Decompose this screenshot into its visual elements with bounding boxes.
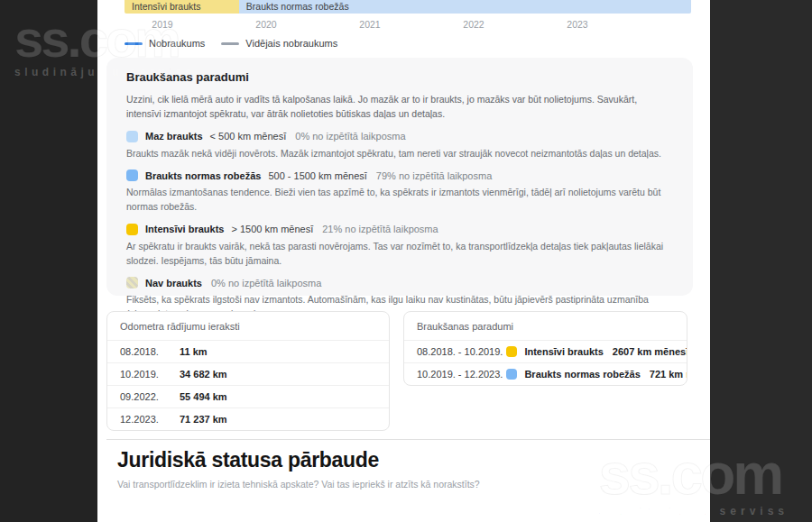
table-row: 10.2019. 34 682 km xyxy=(107,362,389,385)
color-swatch-intensive-use xyxy=(126,224,138,235)
average-line-icon xyxy=(221,42,239,45)
reading-date: 12.2023. xyxy=(120,414,180,425)
table-row: 08.2018. - 10.2019. Intensīvi braukts 26… xyxy=(404,340,687,362)
habit-label: Braukts normas robežās xyxy=(524,369,640,380)
legend-label: Vidējais nobraukums xyxy=(245,38,337,49)
color-swatch-low-use xyxy=(126,131,138,142)
period-range: 08.2018. - 10.2019. xyxy=(417,346,503,357)
vehicle-history-page: ss.com sludinājumu serviss ss.com sludin… xyxy=(0,0,812,522)
year-tick: 2019 xyxy=(152,19,172,30)
color-swatch-normal-use xyxy=(506,369,517,380)
habit-item: Intensīvi braukts > 1500 km mēnesī 21% n… xyxy=(126,224,673,235)
habit-description: Normālas izmantošanas tendence. Bieži vi… xyxy=(126,186,673,215)
bar-segment-intensive: Intensīvi braukts xyxy=(125,0,239,14)
habit-label: Intensīvi braukts xyxy=(524,346,603,357)
reading-date: 08.2018. xyxy=(120,346,180,357)
habit-share: 21% no izpētītā laikposma xyxy=(322,224,438,234)
color-swatch-no-use xyxy=(126,277,138,288)
table-row: 08.2018. 11 km xyxy=(107,340,389,362)
report-content: Intensīvi braukts Braukts normas robežās… xyxy=(97,0,710,522)
habit-label: Maz braukts xyxy=(145,131,203,142)
year-tick: 2020 xyxy=(255,19,276,30)
period-range: 10.2019. - 12.2023. xyxy=(417,369,503,380)
summary-cards: Odometra rādījumu ieraksti 08.2018. 11 k… xyxy=(106,311,687,431)
section-intro: Uzzini, cik lielā mērā auto ir vadīts tā… xyxy=(126,92,673,122)
year-tick: 2022 xyxy=(463,19,484,30)
card-title: Braukšanas paradumi xyxy=(404,312,687,340)
color-swatch-intensive-use xyxy=(506,346,517,357)
reading-value: 11 km xyxy=(180,346,208,357)
table-row: 10.2019. - 12.2023. Braukts normas robež… xyxy=(404,362,687,385)
legal-status-subtitle: Vai transportlīdzeklim ir izieta tehnisk… xyxy=(117,479,480,490)
year-tick: 2023 xyxy=(567,19,587,30)
habit-item: Nav braukts 0% no izpētītā laikposma xyxy=(126,277,673,288)
color-swatch-normal-use xyxy=(126,169,138,181)
right-page-margin xyxy=(710,0,812,522)
reading-value: 71 237 km xyxy=(180,414,227,425)
habit-label: Intensīvi braukts xyxy=(145,224,224,234)
odometer-readings-card: Odometra rādījumu ieraksti 08.2018. 11 k… xyxy=(106,311,390,431)
reading-value: 55 494 km xyxy=(180,391,227,402)
reading-date: 10.2019. xyxy=(120,369,180,380)
habit-label: Nav braukts xyxy=(145,278,202,288)
habit-label: Braukts normas robežās xyxy=(145,170,261,181)
habit-item: Braukts normas robežās 500 - 1500 km mēn… xyxy=(126,169,673,181)
usage-timeline-bar: Intensīvi braukts Braukts normas robežās xyxy=(125,0,691,14)
habit-share: 79% no izpētītā laikposma xyxy=(376,170,492,181)
reading-date: 09.2022. xyxy=(120,391,180,402)
legal-status-title: Juridiskā statusa pārbaude xyxy=(117,448,379,472)
card-title: Odometra rādījumu ieraksti xyxy=(107,312,389,340)
habit-description: Braukts mazāk nekā vidēji novērots. Mazā… xyxy=(126,147,673,161)
driving-habits-card: Braukšanas paradumi 08.2018. - 10.2019. … xyxy=(403,311,687,386)
chart-legend: Nobraukums Vidējais nobraukums xyxy=(125,38,337,49)
legend-item-average-mileage: Vidējais nobraukums xyxy=(221,38,337,49)
habit-range: 500 - 1500 km mēnesī xyxy=(268,170,366,181)
left-page-margin xyxy=(0,0,97,522)
habit-rate: 721 km mēnesī xyxy=(650,369,687,380)
legend-item-mileage: Nobraukums xyxy=(125,38,205,49)
habit-rate: 2607 km mēnesī xyxy=(613,346,687,357)
habit-share: 0% no izpētītā laikposma xyxy=(211,278,321,288)
legend-label: Nobraukums xyxy=(149,38,205,49)
habit-item: Maz braukts < 500 km mēnesī 0% no izpētī… xyxy=(126,131,673,142)
habit-description: Ar spēkratu ir braukts vairāk, nekā tas … xyxy=(126,240,673,269)
section-divider xyxy=(106,439,710,440)
driving-habits-panel: Braukšanas paradumi Uzzini, cik lielā mē… xyxy=(106,58,693,296)
reading-value: 34 682 km xyxy=(180,369,227,380)
table-row: 12.2023. 71 237 km xyxy=(107,408,389,430)
habit-share: 0% no izpētītā laikposma xyxy=(295,131,405,142)
year-axis: 2019 2020 2021 2022 2023 xyxy=(125,19,691,31)
section-title: Braukšanas paradumi xyxy=(126,70,673,84)
mileage-line-icon xyxy=(125,42,143,45)
table-row: 09.2022. 55 494 km xyxy=(107,385,389,408)
habit-range: < 500 km mēnesī xyxy=(210,131,287,142)
bar-segment-normal: Braukts normas robežās xyxy=(239,0,691,14)
habit-range: > 1500 km mēnesī xyxy=(231,224,313,234)
year-tick: 2021 xyxy=(359,19,380,30)
